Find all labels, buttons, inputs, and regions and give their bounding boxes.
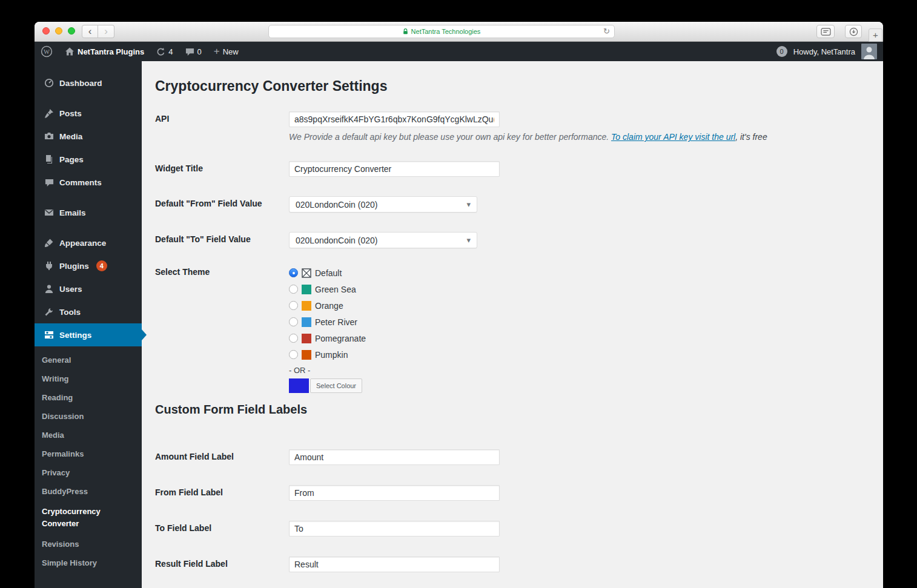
user-avatar[interactable]: [861, 44, 877, 59]
user-icon: [44, 283, 55, 294]
refresh-icon[interactable]: ↻: [603, 27, 610, 36]
default-to-select[interactable]: 020LondonCoin (020) ▾: [289, 232, 477, 248]
theme-option-label: Orange: [315, 301, 343, 311]
submenu-item-writing[interactable]: Writing: [35, 369, 142, 388]
default-from-row: Default "From" Field Value 020LondonCoin…: [155, 196, 871, 213]
from-label-input[interactable]: [289, 485, 500, 501]
comments-count: 0: [197, 47, 202, 56]
theme-option-label: Pumpkin: [315, 350, 348, 360]
downloads-button[interactable]: [845, 25, 862, 38]
submenu-item-reading[interactable]: Reading: [35, 388, 142, 407]
submenu-item-general[interactable]: General: [35, 351, 142, 369]
api-key-link[interactable]: To claim your API key visit the url: [611, 132, 735, 142]
select-theme-label: Select Theme: [155, 265, 289, 277]
chevron-right-icon: ›: [104, 25, 108, 37]
sidebar-item-settings[interactable]: Settings: [35, 323, 142, 346]
to-label-input[interactable]: [289, 521, 500, 537]
api-label: API: [155, 111, 289, 124]
back-button[interactable]: ‹: [82, 25, 98, 38]
radio-button: [289, 285, 298, 294]
to-field-label: To Field Label: [155, 521, 289, 533]
theme-option-green-sea[interactable]: Green Sea: [289, 281, 366, 297]
settings-page: Cryptocurrency Converter Settings API We…: [142, 61, 883, 588]
widget-title-row: Widget Title: [155, 161, 871, 177]
howdy-account-menu[interactable]: Howdy, NetTantra: [793, 47, 855, 56]
theme-options-list: Default Green Sea Orange: [289, 265, 366, 363]
zoom-window-button[interactable]: [68, 27, 75, 35]
submenu-item-simple-history[interactable]: Simple History: [35, 553, 142, 572]
new-tab-button[interactable]: +: [869, 28, 882, 42]
theme-option-orange[interactable]: Orange: [289, 297, 366, 314]
submenu-item-cryptocurrency-converter[interactable]: Cryptocurrency Converter: [35, 501, 142, 535]
sidebar-item-posts[interactable]: Posts: [35, 102, 142, 125]
submenu-item-revisions[interactable]: Revisions: [35, 535, 142, 553]
settings-sliders-icon: [44, 329, 55, 340]
sidebar-item-label: Users: [59, 285, 82, 294]
notification-badge[interactable]: 0: [776, 46, 787, 57]
submenu-item-media[interactable]: Media: [35, 426, 142, 444]
submenu-item-permalinks[interactable]: Permalinks: [35, 444, 142, 463]
updates-count: 4: [168, 47, 173, 56]
sidebar-item-plugins[interactable]: Plugins 4: [35, 254, 142, 277]
sidebar-item-dashboard[interactable]: Dashboard: [35, 71, 142, 94]
from-label-row: From Field Label: [155, 485, 871, 501]
submenu-item-privacy[interactable]: Privacy: [35, 463, 142, 482]
api-key-input[interactable]: [289, 111, 500, 127]
submenu-item-discussion[interactable]: Discussion: [35, 407, 142, 426]
sidebar-item-label: Posts: [59, 109, 82, 118]
minimize-window-button[interactable]: [55, 27, 62, 35]
widget-title-input[interactable]: [289, 161, 500, 177]
api-help-text: We Provide a default api key but please …: [289, 131, 767, 142]
result-label-input[interactable]: [289, 557, 500, 572]
new-content-menu[interactable]: + New: [208, 42, 245, 61]
default-from-select[interactable]: 020LondonCoin (020) ▾: [289, 196, 477, 213]
sidebar-item-users[interactable]: Users: [35, 277, 142, 300]
sidebar-item-label: Comments: [59, 178, 102, 187]
api-row: API We Provide a default api key but ple…: [155, 111, 871, 142]
custom-labels-heading: Custom Form Field Labels: [155, 402, 871, 417]
tab-overview-button[interactable]: [816, 25, 835, 38]
theme-option-pumpkin[interactable]: Pumpkin: [289, 346, 366, 363]
paintbrush-icon: [44, 237, 55, 248]
site-name-menu[interactable]: NetTantra Plugins: [59, 42, 150, 61]
download-icon: [849, 27, 858, 36]
result-field-label: Result Field Label: [155, 557, 289, 569]
theme-option-peter-river[interactable]: Peter River: [289, 314, 366, 330]
sidebar-item-label: Plugins: [59, 262, 89, 271]
custom-color-swatch[interactable]: [289, 378, 309, 393]
updates-menu[interactable]: 4: [150, 42, 179, 61]
wp-admin-bar: W NetTantra Plugins 4 0 + New 0: [35, 42, 883, 61]
address-bar-text: NetTantra Technologies: [411, 28, 481, 35]
default-to-label: Default "To" Field Value: [155, 232, 289, 244]
green-sea-swatch: [302, 285, 311, 294]
api-help-suffix: , it's free: [735, 132, 767, 142]
sidebar-item-pages[interactable]: Pages: [35, 148, 142, 171]
lock-icon: [403, 28, 408, 35]
camera-icon: [44, 131, 55, 142]
admin-sidebar: Dashboard Posts Media Pages Comments Ema…: [35, 61, 142, 588]
dashboard-icon: [44, 78, 55, 88]
sidebar-item-tools[interactable]: Tools: [35, 300, 142, 323]
nav-button-group: ‹ ›: [82, 25, 114, 38]
forward-button[interactable]: ›: [98, 25, 114, 38]
wp-logo-menu[interactable]: W: [35, 42, 59, 61]
sidebar-item-appearance[interactable]: Appearance: [35, 231, 142, 254]
pomegranate-swatch: [302, 334, 311, 343]
peter-river-swatch: [302, 317, 311, 327]
sidebar-item-label: Tools: [59, 308, 81, 317]
theme-option-label: Default: [315, 268, 342, 278]
sidebar-item-label: Pages: [59, 155, 84, 164]
submenu-item-buddypress[interactable]: BuddyPress: [35, 482, 142, 501]
amount-label-input[interactable]: [289, 449, 500, 465]
theme-option-default[interactable]: Default: [289, 265, 366, 281]
select-colour-button[interactable]: Select Colour: [310, 378, 362, 393]
comments-menu[interactable]: 0: [179, 42, 208, 61]
radio-button-checked: [289, 268, 298, 277]
address-bar[interactable]: NetTantra Technologies ↻: [268, 25, 615, 38]
theme-option-pomegranate[interactable]: Pomegranate: [289, 330, 366, 346]
close-window-button[interactable]: [42, 27, 50, 35]
sidebar-item-media[interactable]: Media: [35, 125, 142, 148]
radio-button: [289, 317, 298, 326]
sidebar-item-comments[interactable]: Comments: [35, 171, 142, 194]
sidebar-item-emails[interactable]: Emails: [35, 201, 142, 224]
